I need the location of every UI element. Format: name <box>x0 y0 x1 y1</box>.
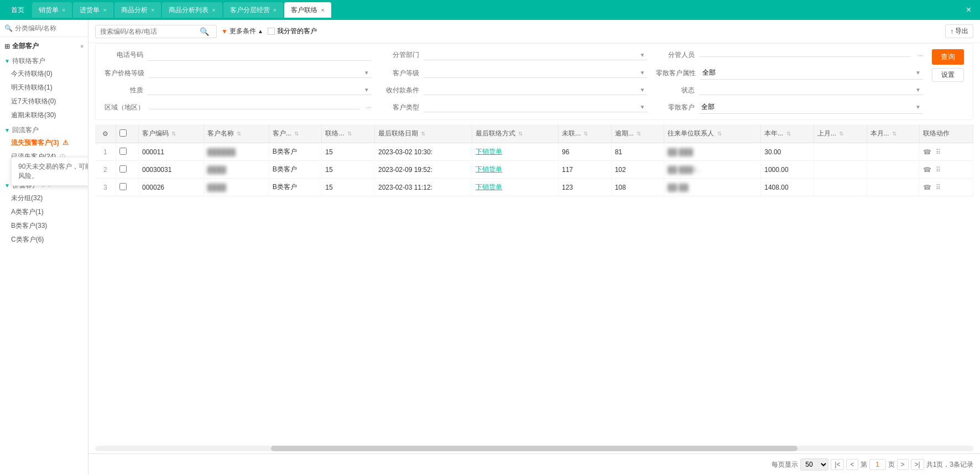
query-button[interactable]: 查询 <box>932 49 964 65</box>
sidebar-group-pending[interactable]: ▼ 待联络客户 <box>0 53 88 67</box>
close-customer-tier-tab[interactable]: × <box>273 7 277 13</box>
filter-manager-select[interactable] <box>699 53 911 57</box>
sidebar-group-churn[interactable]: ▼ 回流客户 <box>0 122 88 136</box>
row-more-icon-1[interactable]: ⠿ <box>936 166 941 174</box>
search-input[interactable] <box>100 28 200 35</box>
row-contact-icon-1[interactable]: ☎ <box>923 166 931 174</box>
row-this-year-0: 30.00 <box>761 143 814 161</box>
close-analysis-list-tab[interactable]: × <box>212 7 215 13</box>
last-method-sort-icon[interactable]: ⇅ <box>518 131 523 137</box>
row-last-method-2[interactable]: 下销货单 <box>472 179 559 196</box>
close-customer-link-tab[interactable]: × <box>321 7 324 13</box>
close-purchase-tab[interactable]: × <box>103 7 106 13</box>
name-sort-icon[interactable]: ⇅ <box>237 131 241 137</box>
uncontacted-sort-icon[interactable]: ⇅ <box>583 131 588 137</box>
row-last-method-1[interactable]: 下销货单 <box>472 161 559 179</box>
page-size-select[interactable]: 50 100 200 <box>800 458 828 471</box>
row-uncontacted-1: 117 <box>558 161 611 179</box>
my-customers-checkbox[interactable] <box>268 28 275 35</box>
contact-sort-icon[interactable]: ⇅ <box>347 131 352 137</box>
filter-dept-select[interactable]: ▼ <box>424 50 648 60</box>
sidebar-item-churn-warning[interactable]: 流失预警客户(3) ⚠ <box>0 136 88 150</box>
sidebar-item-a-class[interactable]: A类客户(1) <box>0 205 88 219</box>
this-month-sort-icon[interactable]: ⇅ <box>892 131 896 137</box>
more-conditions-btn[interactable]: ▼ 更多条件 ▲ <box>221 27 263 36</box>
churn-warning-icon: ⚠ <box>62 139 69 147</box>
filter-customer-type-select[interactable]: ▼ <box>424 102 648 112</box>
prev-page-btn[interactable]: < <box>846 459 858 470</box>
my-customers-toggle[interactable]: 我分管的客户 <box>268 27 317 36</box>
sidebar-item-today-pending[interactable]: 今天待联络(0) <box>0 67 88 81</box>
row-contact-icon-2[interactable]: ☎ <box>923 184 931 191</box>
row-check-0[interactable] <box>116 143 138 161</box>
churn-arrow-icon: ▼ <box>4 127 10 133</box>
row-check-1[interactable] <box>116 161 138 179</box>
sidebar-item-ungrouped[interactable]: 未分组(32) <box>0 191 88 205</box>
tab-customer-link[interactable]: 客户联络 × <box>284 2 331 18</box>
table-col-unit-contact: 往来单位联系人 ⇅ <box>664 124 761 143</box>
export-button[interactable]: ↑ 导出 <box>945 24 973 38</box>
filter-customer-grade-select[interactable]: ▼ <box>424 68 648 78</box>
filter-scattered-customer-field: 零散客户 全部 ▼ <box>656 101 923 114</box>
filter-nature-select[interactable]: ▼ <box>148 85 372 95</box>
last-page-btn[interactable]: >| <box>911 459 924 470</box>
filter-phone-input[interactable] <box>148 49 372 61</box>
scroll-thumb[interactable] <box>271 446 798 451</box>
table-col-last-month: 上月... ⇅ <box>814 124 867 143</box>
filter-status-select[interactable]: ▼ <box>699 85 923 95</box>
code-sort-icon[interactable]: ⇅ <box>171 131 176 137</box>
filter-payment-select[interactable]: ▼ <box>424 85 648 95</box>
sidebar-search-input[interactable] <box>15 24 84 32</box>
filter-customer-type-label: 客户类型 <box>380 103 419 112</box>
tab-sales[interactable]: 销货单 × <box>32 2 72 18</box>
sidebar-item-7day-pending[interactable]: 近7天待联络(0) <box>0 95 88 108</box>
close-sales-tab[interactable]: × <box>62 7 65 13</box>
select-all-checkbox[interactable] <box>119 129 127 137</box>
row-more-icon-0[interactable]: ⠿ <box>936 148 941 156</box>
sidebar-collapse-btn[interactable]: « <box>80 43 84 49</box>
last-date-sort-icon[interactable]: ⇅ <box>421 131 425 137</box>
manager-dots-btn[interactable]: ··· <box>918 51 923 59</box>
first-page-btn[interactable]: |< <box>831 459 844 470</box>
row-contact-icon-0[interactable]: ☎ <box>923 148 931 156</box>
filter-settings-button[interactable]: 设置 <box>932 68 964 82</box>
search-button[interactable]: 🔍 <box>200 27 209 36</box>
filter-region-field: 区域（地区） ··· <box>105 103 372 112</box>
tab-analysis[interactable]: 商品分析 × <box>114 2 161 18</box>
page-number-input[interactable] <box>869 459 886 470</box>
close-analysis-tab[interactable]: × <box>151 7 154 13</box>
row-more-icon-2[interactable]: ⠿ <box>936 184 941 191</box>
filter-region-select[interactable] <box>149 106 359 109</box>
sidebar-item-b-class[interactable]: B类客户(33) <box>0 219 88 233</box>
window-close-button[interactable]: × <box>962 5 976 15</box>
table-col-contact: 联络... ⇅ <box>322 124 375 143</box>
sidebar-all-customers[interactable]: ⊞ 全部客户 « <box>0 37 88 53</box>
tab-home[interactable]: 首页 <box>4 2 31 18</box>
filter-payment-label: 收付款条件 <box>380 86 419 95</box>
unit-contact-sort-icon[interactable]: ⇅ <box>717 131 722 137</box>
table-check-col[interactable] <box>116 124 138 143</box>
row-check-2[interactable] <box>116 179 138 196</box>
payment-down-arrow: ▼ <box>639 87 645 93</box>
sidebar-item-c-class[interactable]: C类客户(6) <box>0 233 88 247</box>
filter-scattered-attr-select[interactable]: 全部 ▼ <box>700 66 923 80</box>
tab-analysis-list[interactable]: 商品分析列表 × <box>162 2 222 18</box>
region-dots-btn[interactable]: ··· <box>366 103 372 111</box>
overdue-sort-icon[interactable]: ⇅ <box>637 131 641 137</box>
horizontal-scrollbar[interactable] <box>95 446 973 451</box>
sidebar-item-overdue-pending[interactable]: 逾期未联络(30) <box>0 108 88 122</box>
table-area: ⚙ 客户编码 ⇅ 客户名称 ⇅ 客户... ⇅ 联络... ⇅ 最后联络日期 ⇅… <box>88 124 980 443</box>
table-settings-col[interactable]: ⚙ <box>95 124 116 143</box>
sidebar-item-tomorrow-pending[interactable]: 明天待联络(1) <box>0 81 88 95</box>
next-page-btn[interactable]: > <box>897 459 909 470</box>
filter-scattered-customer-select[interactable]: 全部 ▼ <box>699 101 923 114</box>
row-num-1: 2 <box>95 161 116 179</box>
tab-customer-tier[interactable]: 客户分层经营 × <box>223 2 283 18</box>
type-sort-icon[interactable]: ⇅ <box>294 131 299 137</box>
row-this-month-1 <box>867 161 920 179</box>
tab-purchase[interactable]: 进货单 × <box>73 2 113 18</box>
this-year-sort-icon[interactable]: ⇅ <box>786 131 791 137</box>
row-last-method-0[interactable]: 下销货单 <box>472 143 559 161</box>
filter-price-grade-select[interactable]: ▼ <box>149 68 372 78</box>
last-month-sort-icon[interactable]: ⇅ <box>839 131 843 137</box>
